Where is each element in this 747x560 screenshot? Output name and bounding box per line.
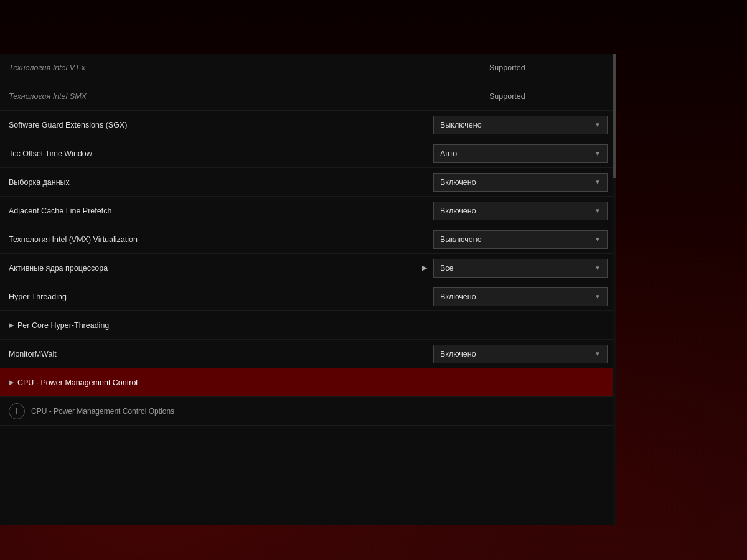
chevron-down-icon: ▼ — [594, 150, 601, 157]
scroll-thumb[interactable] — [613, 54, 616, 178]
setting-row-ht: Hyper Threading Включено ▼ — [0, 282, 616, 311]
setting-row-per-core-ht[interactable]: ▶ Per Core Hyper-Threading — [0, 311, 616, 340]
setting-row-vmx: Технология Intel (VMX) Virtualization Вы… — [0, 225, 616, 254]
sgx-dropdown[interactable]: Выключено ▼ — [433, 116, 608, 134]
chevron-down-icon: ▼ — [594, 179, 601, 185]
monitor-mwait-label: MonitorMWait — [9, 350, 433, 358]
tcc-dropdown[interactable]: Авто ▼ — [433, 144, 608, 163]
ht-label: Hyper Threading — [9, 292, 433, 301]
setting-row-smx: Технология Intel SMX Supported — [0, 82, 616, 111]
monitor-mwait-value: Включено — [440, 350, 476, 358]
data-value: Включено — [440, 178, 476, 187]
vmx-label: Технология Intel (VMX) Virtualization — [9, 235, 433, 244]
smx-label: Технология Intel SMX — [9, 92, 483, 101]
vt-x-label: Технология Intel VT-x — [9, 63, 483, 72]
setting-row-cpu-power[interactable]: ▶ CPU - Power Management Control — [0, 368, 616, 397]
smx-value: Supported — [483, 92, 608, 101]
cache-value: Включено — [440, 207, 476, 215]
tcc-value: Авто — [440, 149, 457, 158]
cursor-indicator-icon: ▶ — [422, 264, 427, 272]
setting-row-data: Выборка данных Включено ▼ — [0, 168, 616, 197]
vmx-value: Выключено — [440, 235, 482, 244]
cpu-power-label: CPU - Power Management Control — [17, 378, 608, 387]
section-expand-icon: ▶ — [9, 378, 14, 386]
cores-label: Активные ядра процессора — [9, 264, 422, 273]
scrollbar[interactable] — [613, 54, 616, 525]
chevron-down-icon: ▼ — [594, 236, 601, 243]
setting-row-cpu-power-info: i CPU - Power Management Control Options — [0, 397, 616, 426]
setting-row-sgx: Software Guard Extensions (SGX) Выключен… — [0, 111, 616, 139]
cores-dropdown[interactable]: Все ▼ — [433, 259, 608, 278]
setting-row-cores: Активные ядра процессора ▶ Все ▼ — [0, 254, 616, 282]
sgx-value: Выключено — [440, 121, 482, 129]
cache-dropdown[interactable]: Включено ▼ — [433, 202, 608, 220]
cache-label: Adjacent Cache Line Prefetch — [9, 207, 433, 215]
per-core-ht-label: Per Core Hyper-Threading — [17, 321, 608, 330]
cpu-power-info-label: CPU - Power Management Control Options — [31, 407, 608, 416]
vt-x-value: Supported — [483, 63, 608, 72]
chevron-down-icon: ▼ — [594, 207, 601, 214]
ht-value: Включено — [440, 292, 476, 301]
expand-arrow-icon: ▶ — [9, 321, 14, 329]
data-label: Выборка данных — [9, 178, 433, 187]
vmx-dropdown[interactable]: Выключено ▼ — [433, 230, 608, 249]
setting-row-tcc: Tcc Offset Time Window Авто ▼ — [0, 139, 616, 168]
chevron-down-icon: ▼ — [594, 264, 601, 271]
ht-dropdown[interactable]: Включено ▼ — [433, 287, 608, 306]
chevron-down-icon: ▼ — [594, 293, 601, 300]
setting-row-vt-x: Технология Intel VT-x Supported — [0, 54, 616, 82]
tcc-label: Tcc Offset Time Window — [9, 149, 433, 158]
data-dropdown[interactable]: Включено ▼ — [433, 173, 608, 192]
settings-list: Технология Intel VT-x Supported Технолог… — [0, 54, 616, 525]
setting-row-cache: Adjacent Cache Line Prefetch Включено ▼ — [0, 197, 616, 225]
chevron-down-icon: ▼ — [594, 350, 601, 357]
monitor-mwait-dropdown[interactable]: Включено ▼ — [433, 345, 608, 363]
sgx-label: Software Guard Extensions (SGX) — [9, 121, 433, 129]
cores-value: Все — [440, 264, 454, 273]
chevron-down-icon: ▼ — [594, 121, 601, 128]
main-panel: Технология Intel VT-x Supported Технолог… — [0, 54, 616, 525]
setting-row-monitor-mwait: MonitorMWait Включено ▼ — [0, 340, 616, 368]
info-icon: i — [9, 403, 25, 419]
